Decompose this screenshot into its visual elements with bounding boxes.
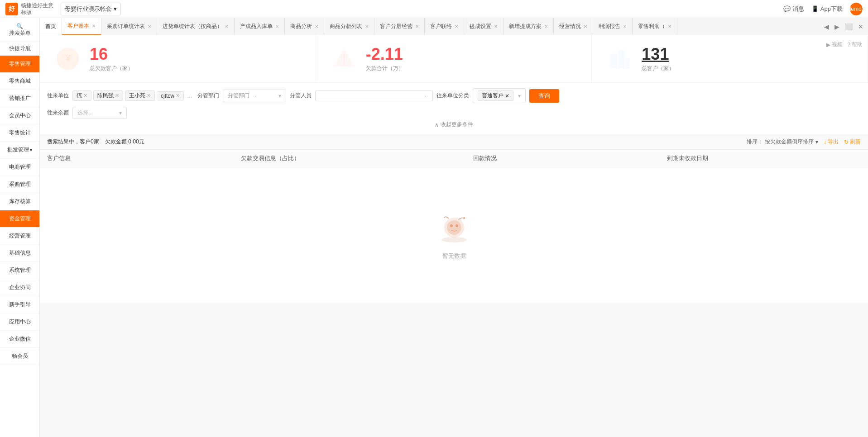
result-sort[interactable]: 排序： 按欠款金额倒序排序 ▾ bbox=[747, 138, 818, 146]
tab-close-customer-contact[interactable]: ✕ bbox=[455, 24, 458, 29]
page-content: ¥ 16 总欠款客户（家） bbox=[40, 35, 868, 437]
app-download-btn[interactable]: 📱 App下载 bbox=[811, 5, 843, 13]
tab-close-customer-segment[interactable]: ✕ bbox=[415, 24, 419, 29]
tab-maximize-icon[interactable]: ⬜ bbox=[843, 22, 854, 31]
tab-close-goods-in-stat[interactable]: ✕ bbox=[225, 24, 229, 29]
table-header: 客户信息 欠款交易信息（占比） 回款情况 到期未收款日期 bbox=[40, 150, 868, 167]
sidebar-item-retail-stats[interactable]: 零售统计 bbox=[0, 124, 39, 142]
tab-close-goods-analysis-list[interactable]: ✕ bbox=[365, 24, 369, 29]
help-icon: ? bbox=[847, 42, 850, 48]
result-info: 搜索结果中，客户0家 欠款金额 0.00元 bbox=[47, 138, 144, 146]
tag-close-2[interactable]: ✕ bbox=[147, 93, 151, 99]
sidebar-item-member-center[interactable]: 会员中心 bbox=[0, 107, 39, 124]
sidebar-search[interactable]: 🔍 搜索菜单 bbox=[0, 18, 39, 42]
sidebar-item-enterprise-wechat[interactable]: 企业微信 bbox=[0, 331, 39, 348]
sidebar-quick-nav[interactable]: 快捷导航 bbox=[0, 42, 39, 56]
unit-class-select[interactable]: 普通客户 ✕ ▾ bbox=[473, 88, 526, 103]
tab-improve-settings[interactable]: 提成设置 ✕ bbox=[464, 18, 504, 35]
sidebar-item-operation-mgmt[interactable]: 经营管理 bbox=[0, 228, 39, 245]
col-repayment: 回款情况 bbox=[473, 154, 667, 162]
sidebar-item-ecommerce-mgmt[interactable]: 电商管理 bbox=[0, 159, 39, 176]
sidebar-item-inventory[interactable]: 库存核算 bbox=[0, 193, 39, 210]
query-btn[interactable]: 查询 bbox=[529, 89, 559, 103]
tab-close-customer-book[interactable]: ✕ bbox=[92, 24, 96, 28]
unit-class-arrow: ▾ bbox=[518, 93, 521, 99]
search-icon: 🔍 bbox=[16, 23, 23, 29]
tab-close-retail-profit[interactable]: ✕ bbox=[668, 24, 671, 29]
tab-close-goods-analysis[interactable]: ✕ bbox=[315, 24, 318, 29]
tab-next-arrow[interactable]: ▶ bbox=[833, 22, 841, 31]
svg-point-12 bbox=[456, 224, 458, 227]
tag-close-0[interactable]: ✕ bbox=[83, 93, 87, 99]
store-selector[interactable]: 母婴行业演示帐套 ▾ bbox=[61, 3, 121, 15]
tab-profit-report[interactable]: 利润报告 ✕ bbox=[593, 18, 633, 35]
sidebar-item-fund-mgmt[interactable]: 资金管理 bbox=[0, 210, 39, 228]
debt-customers-value: 16 bbox=[90, 45, 133, 63]
export-icon: ↓ bbox=[824, 139, 826, 145]
balance-select[interactable]: 选择... ▾ bbox=[72, 107, 127, 119]
sidebar-item-new-guide[interactable]: 新手引导 bbox=[0, 296, 39, 314]
tag-close-3[interactable]: ✕ bbox=[176, 93, 180, 99]
svg-point-8 bbox=[441, 237, 467, 242]
filter-unit-tags: 佤 ✕ 陈民强 ✕ 王小亮 ✕ cjttcw ✕ bbox=[72, 90, 194, 101]
person-select[interactable]: ··· bbox=[315, 90, 433, 101]
sidebar-item-enterprise-collab[interactable]: 企业协同 bbox=[0, 279, 39, 296]
video-icon: ▶ bbox=[826, 42, 830, 48]
table-body: 暂无数据 bbox=[40, 167, 868, 303]
message-btn[interactable]: 💬 消息 bbox=[783, 5, 804, 13]
collapse-btn[interactable]: ∧ 收起更多条件 bbox=[435, 121, 473, 128]
tab-operation-status[interactable]: 经营情况 ✕ bbox=[554, 18, 593, 35]
tab-close-operation-status[interactable]: ✕ bbox=[584, 24, 587, 29]
sidebar-item-premium-member[interactable]: 畅会员 bbox=[0, 348, 39, 365]
sidebar-item-basic-info[interactable]: 基础信息 bbox=[0, 245, 39, 262]
tab-customer-contact[interactable]: 客户联络 ✕ bbox=[425, 18, 464, 35]
tab-close-all-icon[interactable]: ✕ bbox=[856, 22, 865, 31]
empty-icon bbox=[436, 210, 472, 247]
sidebar-item-purchase-mgmt[interactable]: 采购管理 bbox=[0, 176, 39, 193]
avatar[interactable]: demo2 bbox=[850, 3, 863, 15]
sidebar-item-system-mgmt[interactable]: 系统管理 bbox=[0, 262, 39, 279]
tab-customer-book[interactable]: 客户账本 ✕ bbox=[62, 18, 101, 35]
tag-close-1[interactable]: ✕ bbox=[115, 93, 119, 99]
result-bar: 搜索结果中，客户0家 欠款金额 0.00元 排序： 按欠款金额倒序排序 ▾ ↓ … bbox=[40, 134, 868, 150]
filter-tag-0: 佤 ✕ bbox=[72, 90, 91, 101]
video-help-btn[interactable]: ▶ 视频 bbox=[826, 41, 843, 48]
sidebar-item-retail-mall[interactable]: 零售商城 bbox=[0, 73, 39, 90]
tab-close-new-improve-plan[interactable]: ✕ bbox=[544, 24, 548, 29]
tab-close-purchase-order-stat[interactable]: ✕ bbox=[148, 24, 151, 29]
sidebar-item-retail-mgmt[interactable]: 零售管理 bbox=[0, 56, 39, 73]
total-customers-value[interactable]: 131 bbox=[642, 45, 674, 63]
tab-goods-analysis-list[interactable]: 商品分析列表 ✕ bbox=[324, 18, 374, 35]
tab-purchase-order-stat[interactable]: 采购订单统计表 ✕ bbox=[101, 18, 157, 35]
dept-arrow-icon: ▾ bbox=[278, 93, 281, 99]
tab-close-profit-report[interactable]: ✕ bbox=[623, 24, 627, 29]
dept-label: 分管部门 bbox=[197, 92, 219, 100]
unit-class-tag-close[interactable]: ✕ bbox=[505, 93, 509, 99]
help-btn[interactable]: ? 帮助 bbox=[847, 41, 863, 48]
tab-close-improve-settings[interactable]: ✕ bbox=[494, 24, 498, 29]
chevron-down-icon: ▾ bbox=[114, 5, 117, 12]
tab-retail-profit[interactable]: 零售利润（ ✕ bbox=[633, 18, 677, 35]
filter-more-btn[interactable]: ... bbox=[186, 92, 194, 100]
sidebar-item-app-center[interactable]: 应用中心 bbox=[0, 314, 39, 331]
tab-customer-segment[interactable]: 客户分层经营 ✕ bbox=[374, 18, 425, 35]
dept-more-icon: ··· bbox=[251, 92, 259, 100]
stat-card-debt-amount: -2.11 欠款合计（万） bbox=[316, 35, 592, 82]
dept-select[interactable]: 分管部门 ··· ▾ bbox=[223, 90, 286, 102]
tab-goods-analysis[interactable]: 商品分析 ✕ bbox=[285, 18, 324, 35]
unit-class-tag: 普通客户 ✕ bbox=[478, 90, 513, 101]
tab-new-improve-plan[interactable]: 新增提成方案 ✕ bbox=[504, 18, 554, 35]
refresh-btn[interactable]: ↻ 刷新 bbox=[844, 138, 861, 146]
tab-goods-in-stat[interactable]: 进货单统计表（按商品） ✕ bbox=[157, 18, 235, 35]
sidebar-item-wholesale-mgmt[interactable]: 批发管理 ▾ bbox=[0, 142, 39, 159]
filter-tag-3: cjttcw ✕ bbox=[157, 91, 184, 100]
tab-home[interactable]: 首页 bbox=[40, 18, 62, 35]
tab-product-in[interactable]: 产成品入库单 ✕ bbox=[235, 18, 285, 35]
svg-rect-6 bbox=[619, 50, 625, 68]
export-btn[interactable]: ↓ 导出 bbox=[824, 138, 839, 146]
sidebar-item-marketing[interactable]: 营销推广 bbox=[0, 90, 39, 107]
chevron-down-icon: ▾ bbox=[30, 147, 32, 152]
tab-close-product-in[interactable]: ✕ bbox=[275, 24, 279, 29]
tab-prev-arrow[interactable]: ◀ bbox=[822, 22, 831, 31]
debt-customers-info: 16 总欠款客户（家） bbox=[90, 45, 133, 73]
